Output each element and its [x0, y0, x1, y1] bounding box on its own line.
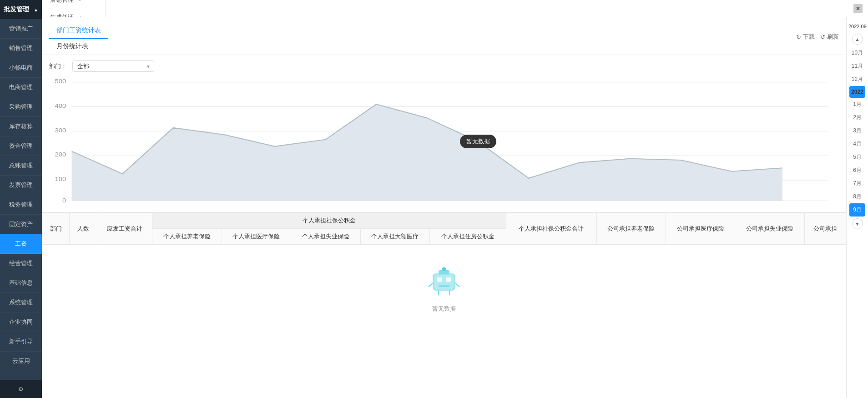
- svg-rect-13: [433, 274, 455, 290]
- col-big-medical: 个人承担大额医疗: [360, 229, 429, 245]
- timeline-up-nav[interactable]: ▲: [852, 34, 863, 45]
- sidebar-item-云应用[interactable]: 云应用: [0, 352, 42, 371]
- empty-icon: [426, 263, 462, 299]
- refresh-label: 刷新: [827, 33, 839, 41]
- timeline-item-2月[interactable]: 2月: [849, 111, 865, 124]
- empty-text: 暂无数据: [432, 305, 456, 313]
- sidebar-item-发票管理[interactable]: 发票管理: [0, 176, 42, 195]
- filter-label: 部门：: [49, 62, 67, 71]
- sidebar-item-销售管理[interactable]: 销售管理: [0, 39, 42, 58]
- svg-marker-12: [72, 104, 782, 201]
- timeline-item-4月[interactable]: 4月: [849, 137, 865, 151]
- timeline-item-11月[interactable]: 11月: [849, 60, 865, 73]
- sidebar-item-资金管理[interactable]: 资金管理: [0, 136, 42, 156]
- sidebar-item-固定资产[interactable]: 固定资产: [0, 215, 42, 234]
- col-social-total: 个人承担社保公积金合计: [506, 213, 596, 245]
- svg-line-21: [455, 283, 459, 287]
- sidebar-arrow-icon: ▲: [34, 7, 38, 12]
- chart-container: 500 400 300 200 100 0: [49, 77, 839, 205]
- table-header-group-row: 部门 人数 应发工资合计 个人承担社保公积金 个人承担社保公积金合计 公司承担养…: [42, 213, 846, 229]
- sidebar-item-基础信息[interactable]: 基础信息: [0, 273, 42, 293]
- col-comp-pension: 公司承担养老保险: [596, 213, 666, 245]
- col-pension: 个人承担养老保险: [152, 229, 222, 245]
- sidebar-item-税务管理[interactable]: 税务管理: [0, 195, 42, 215]
- sidebar-item-营销推广[interactable]: 营销推广: [0, 19, 42, 39]
- refresh-icon: ↺: [820, 34, 825, 40]
- svg-text:300: 300: [55, 127, 66, 134]
- sidebar-item-企业协同[interactable]: 企业协同: [0, 312, 42, 332]
- sidebar-item-总账管理[interactable]: 总账管理: [0, 156, 42, 176]
- sidebar-item-新手引导[interactable]: 新手引导: [0, 332, 42, 352]
- svg-text:0: 0: [62, 197, 66, 204]
- col-wage: 应发工资合计: [97, 213, 152, 245]
- tab-bar: 首页门店商品目录×销售单×店铺管理×生成凭证×应收应付调整单×工资表×工资统计报…: [42, 0, 868, 17]
- sidebar: 批发管理 ▲ 营销推广销售管理小畅电商电商管理采购管理库存核算资金管理总账管理发…: [0, 0, 42, 398]
- sidebar-title: 批发管理: [4, 5, 29, 14]
- col-comp-other: 公司承担: [804, 213, 846, 245]
- tab-label: 店铺管理: [50, 0, 74, 4]
- sidebar-header[interactable]: 批发管理 ▲: [0, 0, 42, 19]
- empty-state: 暂无数据: [42, 245, 846, 331]
- download-icon: ↻: [796, 34, 801, 40]
- timeline-panel: 2022.09 ▲ 10月11月12月20221月2月3月4月5月6月7月8月9…: [846, 17, 868, 398]
- sidebar-item-系统管理[interactable]: 系统管理: [0, 293, 42, 312]
- filter-row: 部门： 全部: [42, 55, 846, 77]
- chart-area: 500 400 300 200 100 0: [42, 77, 846, 212]
- timeline-item-6月[interactable]: 6月: [849, 164, 865, 177]
- sub-tab-items: 部门工资统计表月份统计表: [49, 23, 108, 55]
- download-button[interactable]: ↻ 下载: [796, 33, 815, 41]
- col-group-personal: 个人承担社保公积金: [152, 213, 506, 229]
- table-area[interactable]: 部门 人数 应发工资合计 个人承担社保公积金 个人承担社保公积金合计 公司承担养…: [42, 212, 846, 398]
- sub-tab-bar: 部门工资统计表月份统计表 ↻ 下载 ↺ 刷新: [42, 17, 846, 55]
- sub-tabs: 部门工资统计表月份统计表: [49, 23, 108, 55]
- sidebar-item-电商管理[interactable]: 电商管理: [0, 78, 42, 97]
- close-window-button[interactable]: ✕: [853, 4, 863, 13]
- dept-select-wrapper: 全部: [72, 60, 154, 72]
- col-comp-unemployment: 公司承担失业保险: [735, 213, 804, 245]
- svg-text:400: 400: [55, 102, 66, 109]
- dept-select[interactable]: 全部: [72, 60, 154, 72]
- col-medical: 个人承担医疗保险: [222, 229, 291, 245]
- svg-rect-16: [439, 285, 449, 287]
- sidebar-item-小畅电商[interactable]: 小畅电商: [0, 58, 42, 78]
- timeline-item-9月[interactable]: 9月: [849, 203, 865, 217]
- timeline-item-3月[interactable]: 3月: [849, 124, 865, 137]
- timeline-item-1月[interactable]: 1月: [849, 98, 865, 111]
- timeline-item-2022[interactable]: 2022: [849, 86, 865, 98]
- sub-tab-部门工资统计表[interactable]: 部门工资统计表: [49, 23, 108, 39]
- sub-tab-月份统计表[interactable]: 月份统计表: [49, 39, 108, 55]
- sidebar-footer[interactable]: ⚙: [0, 380, 42, 398]
- timeline-item-10月[interactable]: 10月: [849, 46, 865, 60]
- sidebar-item-经营管理[interactable]: 经营管理: [0, 254, 42, 273]
- sidebar-items-container: 营销推广销售管理小畅电商电商管理采购管理库存核算资金管理总账管理发票管理税务管理…: [0, 19, 42, 371]
- svg-text:500: 500: [55, 78, 66, 85]
- svg-point-19: [442, 267, 446, 271]
- svg-text:100: 100: [55, 176, 66, 182]
- main-area: 首页门店商品目录×销售单×店铺管理×生成凭证×应收应付调整单×工资表×工资统计报…: [42, 0, 868, 398]
- tab-close-icon[interactable]: ×: [78, 0, 81, 3]
- tab-店铺管理[interactable]: 店铺管理×: [44, 0, 106, 9]
- sidebar-item-工资[interactable]: 工资: [0, 234, 42, 254]
- sidebar-item-库存核算[interactable]: 库存核算: [0, 117, 42, 136]
- refresh-button[interactable]: ↺ 刷新: [820, 33, 839, 41]
- col-unemployment: 个人承担失业保险: [291, 229, 360, 245]
- col-comp-medical: 公司承担医疗保险: [666, 213, 735, 245]
- tab-bar-right: ✕: [853, 4, 866, 13]
- svg-line-20: [429, 283, 433, 287]
- main-content: 部门工资统计表月份统计表 ↻ 下载 ↺ 刷新: [42, 17, 846, 398]
- data-table: 部门 人数 应发工资合计 个人承担社保公积金 个人承担社保公积金合计 公司承担养…: [42, 212, 846, 245]
- col-dept: 部门: [42, 213, 70, 245]
- timeline-items-container: 10月11月12月20221月2月3月4月5月6月7月8月9月: [849, 46, 865, 217]
- col-count: 人数: [70, 213, 97, 245]
- timeline-item-8月[interactable]: 8月: [849, 190, 865, 203]
- page-content: 部门工资统计表月份统计表 ↻ 下载 ↺ 刷新: [42, 17, 846, 398]
- chart-no-data-tooltip: 暂无数据: [460, 135, 496, 148]
- timeline-down-nav[interactable]: ▼: [852, 218, 863, 229]
- timeline-year-label: 2022.09: [847, 21, 868, 32]
- timeline-item-12月[interactable]: 12月: [849, 73, 865, 86]
- sidebar-item-采购管理[interactable]: 采购管理: [0, 97, 42, 117]
- timeline-item-7月[interactable]: 7月: [849, 177, 865, 190]
- timeline-item-5月[interactable]: 5月: [849, 151, 865, 164]
- svg-rect-14: [437, 277, 442, 282]
- chart-svg: 500 400 300 200 100 0: [49, 77, 839, 205]
